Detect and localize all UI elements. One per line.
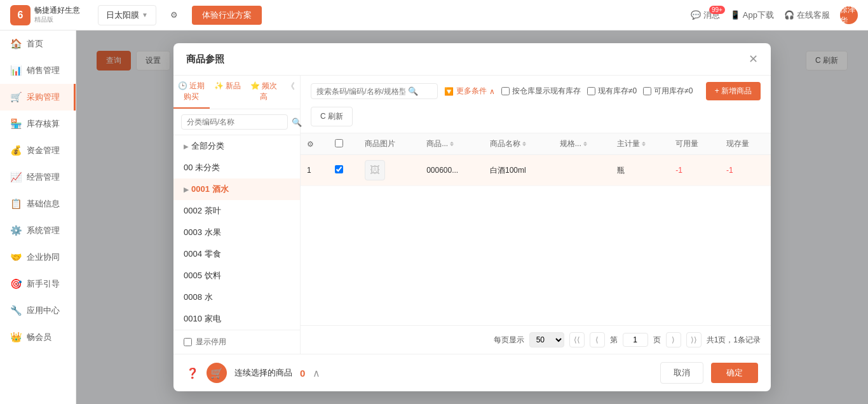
- modal-body: 🕒 近期购买 ✨ 新品 ⭐ 频次高 《 🔍: [173, 76, 771, 354]
- category-search-input[interactable]: [181, 114, 288, 130]
- page-size-select[interactable]: 50 100: [529, 332, 564, 347]
- guide-icon: 🎯: [10, 278, 22, 290]
- category-item-tea[interactable]: 0002 茶叶: [173, 200, 300, 222]
- last-page-button[interactable]: ⟩⟩: [686, 332, 702, 347]
- row-stock: -1: [720, 155, 771, 186]
- row-code: 000600...: [420, 155, 484, 186]
- category-panel: 🕒 近期购买 ✨ 新品 ⭐ 频次高 《 🔍: [173, 76, 301, 354]
- next-page-button[interactable]: ⟩: [666, 332, 681, 347]
- category-tabs: 🕒 近期购买 ✨ 新品 ⭐ 频次高 《: [173, 76, 300, 109]
- cancel-button[interactable]: 取消: [660, 362, 703, 384]
- sidebar: 🏠 首页 📊 销售管理 🛒 采购管理 🏪 库存核算 💰 资金管理 📈 经营管理 …: [0, 30, 76, 404]
- top-nav: 6 畅捷通好生意 精品版 日太阳膜 ▼ ⚙ 体验行业方案 💬 消息 99+ 📱 …: [0, 0, 868, 30]
- sidebar-item-enterprise[interactable]: 🤝 企业协同: [0, 244, 76, 271]
- modal-close-button[interactable]: ✕: [749, 52, 758, 66]
- table-row[interactable]: 1 🖼 000600... 白酒100ml 瓶: [301, 155, 771, 186]
- basic-info-icon: 📋: [10, 198, 22, 210]
- phone-icon: 📱: [730, 10, 740, 20]
- category-item-uncategorized[interactable]: 00 未分类: [173, 157, 300, 178]
- product-search-wrap: 🔍: [311, 83, 438, 99]
- total-records: 共1页，1条记录: [707, 335, 761, 346]
- row-unit: 瓶: [611, 155, 670, 186]
- prev-page-button[interactable]: ⟨: [590, 332, 605, 347]
- col-spec[interactable]: 规格...: [553, 133, 611, 155]
- cart-button[interactable]: 🛒: [207, 363, 227, 383]
- collapse-button[interactable]: 《: [281, 76, 300, 109]
- category-item-water[interactable]: 0008 水: [173, 286, 300, 308]
- sidebar-item-sales[interactable]: 📊 销售管理: [0, 57, 76, 84]
- system-icon: ⚙️: [10, 225, 22, 236]
- category-item-liquor[interactable]: ▶ 0001 酒水: [173, 178, 300, 200]
- product-table: ⚙ 商品图片 商品...: [301, 133, 771, 325]
- pagination: 每页显示 50 100 ⟨⟨ ⟨ 第 页 ⟩ ⟩⟩: [301, 325, 771, 354]
- category-item-fruit[interactable]: 0003 水果: [173, 222, 300, 243]
- home-icon: 🏠: [10, 38, 22, 50]
- help-icon[interactable]: ❓: [186, 367, 199, 379]
- sidebar-item-guide[interactable]: 🎯 新手引导: [0, 271, 76, 297]
- modal-title: 商品参照: [186, 53, 224, 65]
- products-table-element: ⚙ 商品图片 商品...: [301, 133, 771, 186]
- col-settings[interactable]: ⚙: [301, 133, 329, 155]
- operations-icon: 📈: [10, 172, 22, 183]
- confirm-button[interactable]: 确定: [711, 363, 758, 383]
- checkbox-nonzero-stock[interactable]: 现有库存≠0: [587, 86, 637, 97]
- category-item-snack[interactable]: 0004 零食: [173, 243, 300, 265]
- main-content: 查询 设置 C 刷新 商品参照 ✕: [76, 30, 868, 404]
- app-download-button[interactable]: 📱 App下载: [730, 10, 774, 21]
- product-search-input[interactable]: [316, 87, 405, 96]
- checkbox-available-nonzero[interactable]: 可用库存≠0: [643, 86, 693, 97]
- more-filter-button[interactable]: 🔽 更多条件 ∧: [444, 86, 495, 97]
- col-unit[interactable]: 主计量: [611, 133, 670, 155]
- nav-dropdown[interactable]: 日太阳膜 ▼: [98, 5, 156, 25]
- show-disabled-checkbox[interactable]: [184, 338, 192, 346]
- sidebar-item-membership[interactable]: 👑 畅会员: [0, 324, 76, 351]
- page-number-input[interactable]: [623, 333, 648, 347]
- sidebar-item-finance[interactable]: 💰 资金管理: [0, 137, 76, 164]
- col-code[interactable]: 商品...: [420, 133, 484, 155]
- show-disabled-area: 显示停用: [173, 330, 300, 354]
- row-spec: [553, 155, 611, 186]
- row-num: 1: [301, 155, 329, 186]
- refresh-button[interactable]: C 刷新: [311, 107, 353, 126]
- checkbox-warehouse-stock[interactable]: 按仓库显示现有库存: [501, 86, 581, 97]
- category-item-all[interactable]: ▶ 全部分类: [173, 135, 300, 157]
- sidebar-item-operations[interactable]: 📈 经营管理: [0, 164, 76, 191]
- col-checkbox[interactable]: [329, 133, 358, 155]
- settings-icon[interactable]: ⚙: [164, 5, 184, 25]
- cta-button[interactable]: 体验行业方案: [192, 6, 262, 25]
- modal-footer: ❓ 🛒 连续选择的商品 0 ∧ 取消 确定: [173, 354, 771, 391]
- col-name[interactable]: 商品名称: [484, 133, 553, 155]
- row-checkbox[interactable]: [329, 155, 358, 186]
- support-button[interactable]: 🎧 在线客服: [784, 10, 830, 21]
- product-panel: 🔍 🔽 更多条件 ∧ 按仓库显示现有库存: [301, 76, 771, 354]
- sidebar-item-home[interactable]: 🏠 首页: [0, 30, 76, 57]
- select-all-checkbox[interactable]: [335, 139, 343, 147]
- category-item-drink[interactable]: 0005 饮料: [173, 265, 300, 286]
- sidebar-item-inventory[interactable]: 🏪 库存核算: [0, 111, 76, 137]
- first-page-button[interactable]: ⟨⟨: [569, 332, 585, 347]
- sidebar-item-apps[interactable]: 🔧 应用中心: [0, 297, 76, 324]
- category-search: 🔍: [173, 109, 300, 135]
- main-layout: 🏠 首页 📊 销售管理 🛒 采购管理 🏪 库存核算 💰 资金管理 📈 经营管理 …: [0, 30, 868, 404]
- up-arrow-icon: ∧: [489, 87, 495, 96]
- add-product-button[interactable]: + 新增商品: [706, 82, 761, 100]
- sidebar-item-purchase[interactable]: 🛒 采购管理: [0, 84, 76, 111]
- sidebar-item-system[interactable]: ⚙️ 系统管理: [0, 217, 76, 244]
- category-item-appliance[interactable]: 0010 家电: [173, 308, 300, 330]
- tab-frequent[interactable]: ⭐ 频次高: [245, 76, 281, 109]
- purchase-icon: 🛒: [10, 91, 22, 103]
- col-available: 可用量: [669, 133, 720, 155]
- message-icon: 💬: [691, 10, 701, 20]
- tab-recent-purchase[interactable]: 🕒 近期购买: [173, 76, 210, 109]
- messages-button[interactable]: 💬 消息 99+: [691, 10, 720, 21]
- avatar[interactable]: 徐泽华: [840, 6, 858, 24]
- arrow-icon: ▶: [184, 143, 189, 150]
- tab-new-items[interactable]: ✨ 新品: [210, 76, 246, 109]
- logo-area: 6 畅捷通好生意 精品版: [10, 5, 80, 25]
- collapse-icon[interactable]: ∧: [313, 367, 320, 379]
- row-image: 🖼: [358, 155, 420, 186]
- row-name: 白酒100ml: [484, 155, 553, 186]
- sidebar-item-basic-info[interactable]: 📋 基础信息: [0, 191, 76, 217]
- search-icon[interactable]: 🔍: [408, 86, 418, 96]
- modal-header: 商品参照 ✕: [173, 43, 771, 76]
